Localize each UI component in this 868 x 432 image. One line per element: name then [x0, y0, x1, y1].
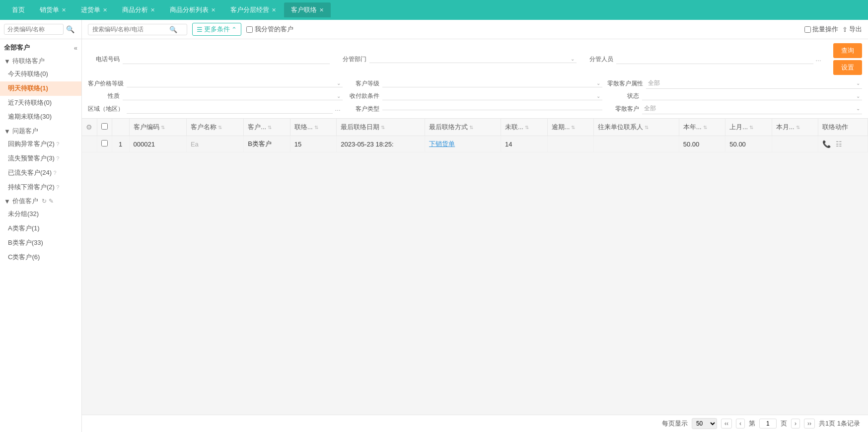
th-last-contact-way[interactable]: 最后联络方式 ⇅	[425, 119, 501, 136]
th-last-month[interactable]: 上月... ⇅	[725, 119, 772, 136]
th-code[interactable]: 客户编码 ⇅	[129, 119, 186, 136]
refresh-icon[interactable]: ↻	[42, 198, 47, 205]
row-checkbox-0[interactable]	[101, 140, 108, 146]
sidebar: 🔍 全部客户 « ▼ 待联络客户 今天待联络(0) 明天待联络(1) 近7天待联…	[0, 20, 82, 432]
filter-retail-customer-select[interactable]: 全部 ⌄	[642, 103, 862, 114]
th-last-contact-date[interactable]: 最后联络日期 ⇅	[337, 119, 425, 136]
nav-product-analysis[interactable]: 商品分析 ✕	[115, 2, 162, 17]
sidebar-search-input[interactable]	[4, 24, 64, 35]
last-contact-way-link[interactable]: 下销货单	[429, 140, 455, 147]
next-page-btn[interactable]: ›	[791, 419, 800, 429]
query-btn[interactable]: 查询	[833, 43, 862, 58]
filter-nature-select[interactable]: ⌄	[123, 92, 343, 100]
nav-sales-close[interactable]: ✕	[62, 7, 66, 13]
table-row: 1 000021 Ea B类客户 15 2023-05-23 18:25: 下销…	[82, 136, 868, 152]
filter-nature-field: 性质 ⌄	[88, 92, 343, 100]
tomorrow-contact-label: 明天待联络(1)	[8, 84, 48, 92]
sidebar-item-tomorrow[interactable]: 明天待联络(1)	[0, 81, 81, 96]
filter-row-2: 客户价格等级 ⌄ 客户等级 ⌄ 零散客户属性 全部	[88, 78, 862, 89]
nav-customer-layered-close[interactable]: ✕	[272, 7, 276, 13]
nav-sales[interactable]: 销货单 ✕	[33, 2, 73, 17]
main-search-input[interactable]	[92, 26, 167, 33]
th-overdue[interactable]: 逾期... ⇅	[547, 119, 594, 136]
pending-contact-group[interactable]: ▼ 待联络客户	[0, 54, 81, 67]
page-input[interactable]	[759, 419, 777, 429]
sidebar-item-today[interactable]: 今天待联络(0)	[0, 67, 81, 81]
first-page-btn[interactable]: ‹‹	[721, 419, 732, 429]
prev-page-btn[interactable]: ‹	[736, 419, 745, 429]
filter-retail-attr-text: 全部	[648, 79, 856, 87]
main-layout: 🔍 全部客户 « ▼ 待联络客户 今天待联络(0) 明天待联络(1) 近7天待联…	[0, 20, 868, 432]
sidebar-item-lost-warning[interactable]: 流失预警客户(3) ?	[0, 151, 81, 166]
sidebar-item-abnormal-repurchase[interactable]: 回购异常客户(2) ?	[0, 137, 81, 151]
nav-sales-label: 销货单	[40, 5, 59, 14]
row-unit-contact	[594, 136, 679, 152]
sidebar-item-declining[interactable]: 持续下滑客户(2) ?	[0, 180, 81, 195]
export-btn[interactable]: ⇧ 导出	[842, 25, 862, 34]
set-btn[interactable]: 设置	[833, 60, 862, 75]
content-area: 🔍 ☰ 更多条件 ⌃ 我分管的客户 批量操作 ⇧ 导出	[82, 20, 868, 432]
nav-customer-layered[interactable]: 客户分层经营 ✕	[223, 2, 283, 17]
batch-op-btn[interactable]: 批量操作	[804, 25, 838, 34]
filter-person-input[interactable]	[618, 56, 811, 63]
nav-product-analysis-list-close[interactable]: ✕	[211, 7, 216, 13]
main-search-icon[interactable]: 🔍	[169, 26, 177, 33]
filter-region-input[interactable]	[129, 105, 331, 112]
sidebar-item-a-class[interactable]: A类客户(1)	[0, 221, 81, 236]
filter-customer-level-field: 客户等级 ⌄	[348, 79, 602, 88]
sidebar-item-overdue[interactable]: 逾期未联络(30)	[0, 110, 81, 124]
filter-person-dots[interactable]: …	[813, 56, 823, 63]
th-not-contacted[interactable]: 未联... ⇅	[501, 119, 548, 136]
nav-purchase-label: 进货单	[81, 5, 100, 14]
th-name[interactable]: 客户名称 ⇅	[186, 119, 243, 136]
th-this-month[interactable]: 本月... ⇅	[772, 119, 818, 136]
sidebar-item-c-class[interactable]: C类客户(6)	[0, 250, 81, 265]
filter-phone-input[interactable]	[125, 56, 328, 63]
my-customers-checkbox[interactable]	[246, 26, 253, 33]
row-action-icon-1[interactable]: 📞	[822, 140, 831, 148]
nav-customer-contact-close[interactable]: ✕	[319, 7, 324, 13]
filter-retail-attr-label: 零散客户属性	[607, 79, 646, 88]
my-customers-wrap[interactable]: 我分管的客户	[246, 25, 293, 34]
filter-customer-type-select[interactable]	[382, 108, 602, 110]
filter-phone-field: 电话号码	[88, 55, 330, 64]
last-page-btn[interactable]: ››	[804, 419, 815, 429]
th-this-year[interactable]: 本年... ⇅	[679, 119, 725, 136]
per-page-select[interactable]: 50 100 200	[692, 418, 717, 429]
nav-purchase[interactable]: 进货单 ✕	[74, 2, 114, 17]
filter-price-level-select[interactable]: ⌄	[127, 79, 343, 87]
th-unit-contact[interactable]: 往来单位联系人 ⇅	[594, 119, 679, 136]
th-contact-action[interactable]: 联络动作	[818, 119, 868, 136]
filter-payment-arrow: ⌄	[596, 93, 600, 99]
row-action-icon-2[interactable]: ☷	[836, 140, 842, 148]
nav-product-analysis-close[interactable]: ✕	[150, 7, 155, 13]
filter-dept-select[interactable]: ⌄	[369, 55, 577, 63]
problem-customers-group[interactable]: ▼ 问题客户	[0, 124, 81, 137]
edit-icon[interactable]: ✎	[49, 198, 54, 205]
th-contact[interactable]: 联络... ⇅	[290, 119, 337, 136]
filter-region-dots[interactable]: …	[333, 105, 343, 112]
value-customers-group[interactable]: ▼ 价值客户 ↻ ✎	[0, 194, 81, 207]
sidebar-item-b-class[interactable]: B类客户(33)	[0, 236, 81, 250]
nav-purchase-close[interactable]: ✕	[103, 7, 107, 13]
nav-product-analysis-list[interactable]: 商品分析列表 ✕	[163, 2, 222, 17]
filter-customer-level-select[interactable]: ⌄	[382, 79, 602, 87]
action-btns: 查询 设置	[833, 43, 862, 75]
gear-icon[interactable]: ⚙	[86, 123, 92, 131]
filter-payment-select[interactable]: ⌄	[382, 92, 602, 100]
filter-status-select[interactable]: ⌄	[642, 92, 862, 100]
sidebar-item-ungrouped[interactable]: 未分组(32)	[0, 207, 81, 221]
nav-home[interactable]: 首页	[5, 2, 32, 17]
nav-customer-contact[interactable]: 客户联络 ✕	[284, 2, 331, 17]
more-conditions-btn[interactable]: ☰ 更多条件 ⌃	[192, 23, 241, 36]
th-type[interactable]: 客户... ⇅	[244, 119, 290, 136]
sidebar-item-lost[interactable]: 已流失客户(24) ?	[0, 166, 81, 180]
sidebar-item-7days[interactable]: 近7天待联络(0)	[0, 96, 81, 110]
filter-retail-attr-select[interactable]: 全部 ⌄	[646, 78, 862, 89]
sidebar-search-icon[interactable]: 🔍	[66, 25, 74, 33]
help-icon-3: ?	[56, 184, 59, 190]
sidebar-collapse-icon[interactable]: «	[74, 44, 77, 52]
value-customers-label: 价值客户	[12, 197, 38, 206]
batch-op-checkbox[interactable]	[804, 26, 811, 33]
select-all-checkbox[interactable]	[101, 123, 108, 130]
